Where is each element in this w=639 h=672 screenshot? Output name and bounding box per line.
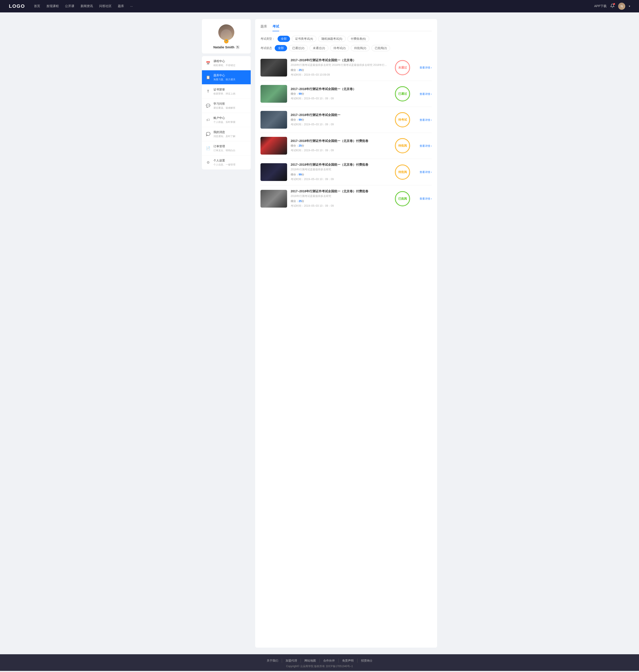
filter-status-all[interactable]: 全部 xyxy=(275,45,287,51)
exam-info: 2017–2018年行测证件考试全国统一（北京卷） 2018年行测考试是最值得多… xyxy=(291,58,391,77)
main-layout: 🏅 Natalie Smith ✎ 📅 课程中心 精彩课程、不容错过 📋 题库中… xyxy=(198,12,441,654)
medal-icon: 🎖 xyxy=(205,89,211,94)
exam-time: 考试时间：2019–05–03 10：09：09 xyxy=(291,97,391,100)
exam-status-stamp: 待批阅 xyxy=(394,138,410,154)
filter-type-all[interactable]: 全部 xyxy=(278,36,290,42)
exam-status-stamp: 未通过 xyxy=(394,60,410,76)
tag-icon: 🏷 xyxy=(205,117,211,123)
view-detail-button[interactable]: 查看详情 › xyxy=(420,118,432,122)
exam-title: 2017–2018年行测证件考试全国统一（北京卷）付费批卷 xyxy=(291,139,391,143)
account-label: 账户中心 xyxy=(214,116,247,120)
filter-status-failed[interactable]: 未通过(2) xyxy=(310,45,328,51)
question-bank-sub: 海量习题、助力通关 xyxy=(214,78,247,81)
exam-info: 2017–2018年行测证件考试全国统一（北京卷） 得分：99分 考试时间：20… xyxy=(291,87,391,100)
footer-link[interactable]: 招贤纳士 xyxy=(357,659,376,663)
qa-sub: 课后重温、疑难解答 xyxy=(214,106,247,110)
footer-link[interactable]: 网站地图 xyxy=(301,659,320,663)
table-row: 2017–2018年行测证件考试全国统一（北京卷） 得分：99分 考试时间：20… xyxy=(261,81,432,107)
question-bank-label: 题库中心 xyxy=(214,74,247,77)
footer-links: 关于我们加盟代理网站地图合作伙伴免责声明招贤纳士 xyxy=(0,659,639,663)
nav-question-bank[interactable]: 题库 xyxy=(118,4,124,8)
footer-link[interactable]: 合作伙伴 xyxy=(320,659,339,663)
sidebar-item-course[interactable]: 📅 课程中心 精彩课程、不容错过 xyxy=(202,56,251,70)
chevron-down-icon[interactable]: ▾ xyxy=(629,5,630,8)
badge-icon: 🏅 xyxy=(224,39,229,44)
tab-exam[interactable]: 考试 xyxy=(272,25,279,31)
view-detail-button[interactable]: 查看详情 › xyxy=(420,197,432,201)
navbar-nav: 首页 发现课程 公开课 新闻资讯 问答社区 题库 ··· xyxy=(34,4,594,8)
sidebar-item-question-bank[interactable]: 📋 题库中心 海量习题、助力通关 xyxy=(202,70,251,84)
exam-status-stamp: 待考试 xyxy=(394,112,410,128)
course-center-sub: 精彩课程、不容错过 xyxy=(214,64,247,67)
nav-news[interactable]: 新闻资讯 xyxy=(80,4,93,8)
avatar[interactable]: N xyxy=(618,3,625,10)
status-badge: 已批阅 xyxy=(395,191,410,206)
view-detail-button[interactable]: 查看详情 › xyxy=(420,66,432,70)
sidebar-item-qa[interactable]: 💬 学习问答 课后重温、疑难解答 xyxy=(202,99,251,113)
nav-qa[interactable]: 问答社区 xyxy=(99,4,112,8)
exam-thumbnail xyxy=(261,85,287,103)
exam-thumbnail xyxy=(261,111,287,129)
nav-home[interactable]: 首页 xyxy=(34,4,40,8)
exam-action: 查看详情 › xyxy=(414,144,432,148)
filter-type-paid[interactable]: 付费批卷(6) xyxy=(347,36,369,42)
exam-thumbnail xyxy=(261,163,287,181)
sidebar-item-message[interactable]: 💭 我的消息 消息通知、及时了解 xyxy=(202,127,251,141)
sidebar-item-order[interactable]: 📄 订单管理 订单支出、明明白白 xyxy=(202,141,251,156)
exam-score-value: 99 xyxy=(299,173,301,176)
logo[interactable]: LOGO xyxy=(9,3,25,9)
order-sub: 订单支出、明明白白 xyxy=(214,149,247,152)
filter-status-row: 考试状态 全部 已通过(2) 未通过(2) 待考试(2) 待批阅(2) 已批阅(… xyxy=(261,45,432,51)
footer-link[interactable]: 免责声明 xyxy=(339,659,357,663)
filter-status-pending-review[interactable]: 待批阅(2) xyxy=(351,45,370,51)
view-detail-button[interactable]: 查看详情 › xyxy=(420,92,432,96)
footer-link[interactable]: 加盟代理 xyxy=(282,659,301,663)
app-download-button[interactable]: APP下载 xyxy=(594,4,607,8)
order-icon: 📄 xyxy=(205,146,211,151)
qa-label: 学习问答 xyxy=(214,102,247,106)
nav-discover[interactable]: 发现课程 xyxy=(46,4,59,8)
content-tabs: 题库 考试 xyxy=(261,25,432,31)
sidebar: 🏅 Natalie Smith ✎ 📅 课程中心 精彩课程、不容错过 📋 题库中… xyxy=(202,19,251,647)
exam-title: 2017–2018年行测证件考试全国统一 xyxy=(291,113,391,117)
exam-action: 查看详情 › xyxy=(414,65,432,70)
message-icon: 💭 xyxy=(205,131,211,137)
edit-profile-icon[interactable]: ✎ xyxy=(236,46,239,49)
exam-score: 得分：99分 xyxy=(291,173,391,177)
profile-name-text: Natalie Smith xyxy=(213,45,234,49)
filter-status-passed[interactable]: 已通过(2) xyxy=(289,45,308,51)
sidebar-item-account[interactable]: 🏷 账户中心 个人权益、实时掌握 xyxy=(202,113,251,127)
view-detail-button[interactable]: 查看详情 › xyxy=(420,170,432,174)
tab-question-bank[interactable]: 题库 xyxy=(261,25,267,31)
footer-copyright: Copyright© 云朵商学院 版权所有 京ICP备17051340号–1 xyxy=(0,665,639,668)
exam-thumbnail xyxy=(261,137,287,155)
status-badge: 待考试 xyxy=(395,112,410,127)
status-badge: 已通过 xyxy=(395,86,410,101)
chat-icon: 💬 xyxy=(205,103,211,109)
filter-type-row: 考试类型： 全部 证书类考试(4) 随机抽题考试(5) 付费批卷(6) xyxy=(261,36,432,42)
exam-score-value: 25 xyxy=(299,199,301,203)
exam-action: 查看详情 › xyxy=(414,92,432,96)
sidebar-item-settings[interactable]: ⚙ 个人设置 个人信息、一键管理 xyxy=(202,156,251,170)
notification-bell-icon[interactable] xyxy=(610,3,614,9)
nav-open-course[interactable]: 公开课 xyxy=(65,4,74,8)
nav-more[interactable]: ··· xyxy=(130,4,133,8)
filter-type-random[interactable]: 随机抽题考试(5) xyxy=(318,36,346,42)
filter-type-cert[interactable]: 证书类考试(4) xyxy=(292,36,316,42)
filter-status-pending-exam[interactable]: 待考试(2) xyxy=(330,45,349,51)
exam-score-value: 25 xyxy=(299,144,301,147)
sidebar-item-cert[interactable]: 🎖 证书荣誉 收获荣誉、持证上岗 xyxy=(202,84,251,99)
navbar-right: APP下载 N ▾ xyxy=(594,3,630,10)
message-label: 我的消息 xyxy=(214,130,247,134)
filter-status-reviewed[interactable]: 已批阅(2) xyxy=(371,45,390,51)
footer-link[interactable]: 关于我们 xyxy=(263,659,282,663)
profile-avatar xyxy=(218,25,234,41)
view-detail-button[interactable]: 查看详情 › xyxy=(420,144,432,148)
exam-thumbnail xyxy=(261,59,287,77)
exam-time: 考试时间：2019–05–03 10：09：09 xyxy=(291,123,391,126)
exam-title: 2017–2018年行测证件考试全国统一（北京卷） xyxy=(291,87,391,91)
exam-title: 2017–2018年行测证件考试全国统一（北京卷） xyxy=(291,58,391,62)
exam-action: 查看详情 › xyxy=(414,118,432,122)
exam-info: 2017–2018年行测证件考试全国统一 得分：99分 考试时间：2019–05… xyxy=(291,113,391,126)
cert-label: 证书荣誉 xyxy=(214,87,247,92)
